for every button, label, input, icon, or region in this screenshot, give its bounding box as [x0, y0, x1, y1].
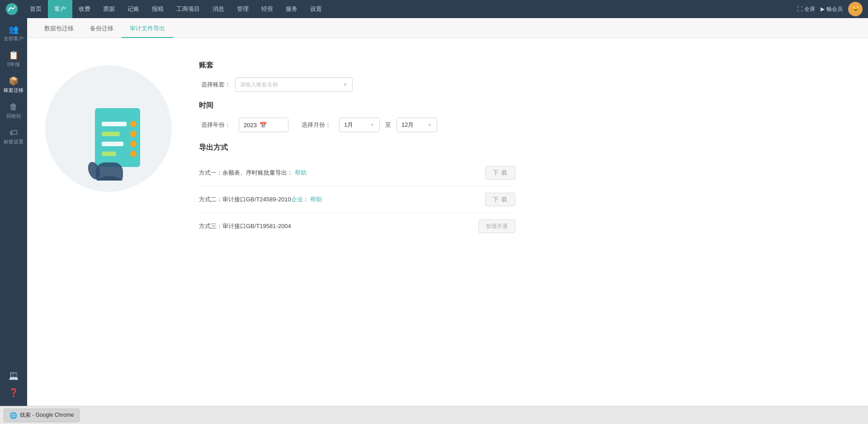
- year-value: 2023: [244, 122, 257, 129]
- nav-accounting[interactable]: 记账: [121, 0, 146, 18]
- page-body: 账套 选择账套： 请输入账套名称 ▼ 时间 选择年份： 2023: [27, 38, 868, 406]
- main-layout: 👥 全部客户 📋 0申报 📦 账套迁移 🗑 回收站 🏷 标签设置 💻 ❓: [0, 18, 868, 406]
- tag-icon: 🏷: [9, 129, 18, 137]
- svg-point-9: [130, 141, 137, 147]
- method-3-label: 方式三：审计接口GB/T19581-2004: [199, 223, 291, 229]
- top-nav: 首页 客户 收费 票据 记账 报税 工商项目 消息 管理 经营 服务 设置 ⛶ …: [0, 0, 868, 18]
- year-input[interactable]: 2023 📅: [239, 118, 288, 132]
- sidebar-label-zero-report: 0申报: [7, 61, 20, 68]
- sidebar-item-tag-settings[interactable]: 🏷 标签设置: [1, 125, 26, 149]
- svg-rect-6: [102, 152, 116, 156]
- sidebar-label-recycle: 回收站: [6, 113, 21, 119]
- month-label: 选择月份：: [299, 121, 331, 129]
- monitor-icon: 💻: [9, 372, 19, 380]
- export-title: 导出方式: [199, 143, 515, 152]
- logo: [4, 1, 20, 17]
- time-separator: 至: [385, 121, 391, 129]
- nav-home[interactable]: 首页: [24, 0, 48, 18]
- svg-point-7: [130, 121, 137, 127]
- form-area: 账套 选择账套： 请输入账套名称 ▼ 时间 选择年份： 2023: [199, 56, 515, 388]
- account-select[interactable]: 请输入账套名称 ▼: [235, 77, 353, 92]
- nav-business[interactable]: 工商项目: [170, 0, 206, 18]
- export-method-3: 方式三：审计接口GB/T19581-2004 暂缓开通: [199, 213, 515, 239]
- method-1-download-btn[interactable]: 下 载: [485, 166, 515, 180]
- export-section: 导出方式 方式一：余额表、序时账批量导出： 帮助 下 载 方式二：审计接口GB/…: [199, 143, 515, 239]
- sidebar-label-all-customers: 全部客户: [4, 35, 24, 42]
- nav-service[interactable]: 服务: [279, 0, 304, 18]
- recycle-icon: 🗑: [9, 103, 18, 111]
- tab-bar: 数据包迁移 备份迁移 审计文件导出: [27, 18, 868, 38]
- nav-settings[interactable]: 设置: [304, 0, 328, 18]
- sidebar-label-migration: 账套迁移: [4, 87, 24, 94]
- method-2-help-link[interactable]: 帮助: [310, 196, 322, 203]
- content-area: 数据包迁移 备份迁移 审计文件导出: [27, 18, 868, 406]
- tab-data-migration[interactable]: 数据包迁移: [36, 20, 82, 38]
- account-select-label: 选择账套：: [199, 81, 231, 89]
- svg-rect-2: [95, 108, 140, 167]
- report-icon: 📋: [9, 51, 19, 59]
- illustration-svg: [63, 76, 154, 181]
- fullscreen-label: 全屏: [804, 5, 815, 13]
- play-icon: ▶: [821, 6, 825, 12]
- svg-point-8: [130, 131, 137, 137]
- nav-message[interactable]: 消息: [206, 0, 231, 18]
- method-3-coming-soon-btn[interactable]: 暂缓开通: [478, 219, 515, 233]
- calendar-icon: 📅: [259, 122, 267, 129]
- start-month-select[interactable]: 1月 ▼: [339, 118, 380, 132]
- sidebar-item-all-customers[interactable]: 👥 全部客户: [1, 22, 26, 46]
- sidebar-bottom-monitor[interactable]: 💻: [1, 368, 26, 383]
- sidebar-bottom-help[interactable]: ❓: [1, 385, 26, 400]
- account-form-row: 选择账套： 请输入账套名称 ▼: [199, 77, 515, 92]
- end-month-chevron-icon: ▼: [427, 122, 432, 128]
- illustration-container: [45, 56, 172, 388]
- nav-billing[interactable]: 收费: [72, 0, 97, 18]
- fullscreen-icon: ⛶: [797, 6, 802, 12]
- nav-right: ⛶ 全屏 ▶ 畅会员 🐱: [797, 2, 863, 16]
- start-month-value: 1月: [344, 121, 353, 129]
- svg-rect-12: [96, 162, 123, 181]
- fullscreen-btn[interactable]: ⛶ 全屏: [797, 5, 815, 13]
- method-2-label: 方式二：审计接口GB/T24589-2010: [199, 196, 291, 203]
- nav-manage[interactable]: 管理: [231, 0, 255, 18]
- svg-point-0: [6, 3, 18, 15]
- tab-audit-export[interactable]: 审计文件导出: [122, 20, 173, 38]
- export-method-3-desc: 方式三：审计接口GB/T19581-2004: [199, 222, 291, 230]
- avatar[interactable]: 🐱: [848, 2, 863, 16]
- chrome-icon: 🌐: [9, 412, 17, 419]
- nav-items: 首页 客户 收费 票据 记账 报税 工商项目 消息 管理 经营 服务 设置: [24, 0, 797, 18]
- method-1-help-link[interactable]: 帮助: [295, 169, 307, 176]
- export-method-1-desc: 方式一：余额表、序时账批量导出： 帮助: [199, 169, 307, 177]
- sidebar-item-zero-report[interactable]: 📋 0申报: [1, 48, 26, 71]
- end-month-select[interactable]: 12月 ▼: [396, 118, 437, 132]
- month-chevron-icon: ▼: [370, 122, 375, 128]
- tab-backup-migration[interactable]: 备份迁移: [82, 20, 122, 38]
- sidebar: 👥 全部客户 📋 0申报 📦 账套迁移 🗑 回收站 🏷 标签设置 💻 ❓: [0, 18, 27, 406]
- account-select-placeholder: 请输入账套名称: [240, 81, 278, 89]
- help-icon: ❓: [9, 389, 19, 397]
- taskbar-chrome-item[interactable]: 🌐 线索 - Google Chrome: [4, 409, 80, 422]
- nav-invoice[interactable]: 票据: [97, 0, 121, 18]
- svg-point-10: [130, 151, 137, 157]
- time-row: 选择年份： 2023 📅 选择月份： 1月 ▼ 至 12月: [199, 118, 515, 132]
- svg-rect-3: [102, 122, 127, 126]
- end-month-value: 12月: [401, 121, 414, 129]
- export-method-1: 方式一：余额表、序时账批量导出： 帮助 下 载: [199, 160, 515, 186]
- time-title: 时间: [199, 101, 515, 110]
- member-label: 畅会员: [826, 5, 843, 13]
- chevron-down-icon: ▼: [343, 82, 348, 87]
- svg-point-1: [14, 5, 16, 8]
- member-btn[interactable]: ▶ 畅会员: [821, 5, 843, 13]
- time-section: 时间 选择年份： 2023 📅 选择月份： 1月 ▼ 至: [199, 101, 515, 132]
- taskbar: 🌐 线索 - Google Chrome: [0, 406, 868, 424]
- export-method-2-desc: 方式二：审计接口GB/T24589-2010企业： 帮助: [199, 195, 322, 204]
- nav-operation[interactable]: 经营: [255, 0, 279, 18]
- nav-customer[interactable]: 客户: [48, 0, 72, 18]
- customers-icon: 👥: [9, 25, 19, 33]
- method-2-download-btn[interactable]: 下 载: [485, 193, 515, 206]
- sidebar-item-recycle[interactable]: 🗑 回收站: [1, 99, 26, 123]
- sidebar-bottom: 💻 ❓: [0, 368, 27, 406]
- sidebar-item-migration[interactable]: 📦 账套迁移: [1, 73, 26, 97]
- sidebar-label-tag-settings: 标签设置: [4, 138, 24, 145]
- nav-tax[interactable]: 报税: [146, 0, 170, 18]
- svg-rect-5: [102, 142, 123, 146]
